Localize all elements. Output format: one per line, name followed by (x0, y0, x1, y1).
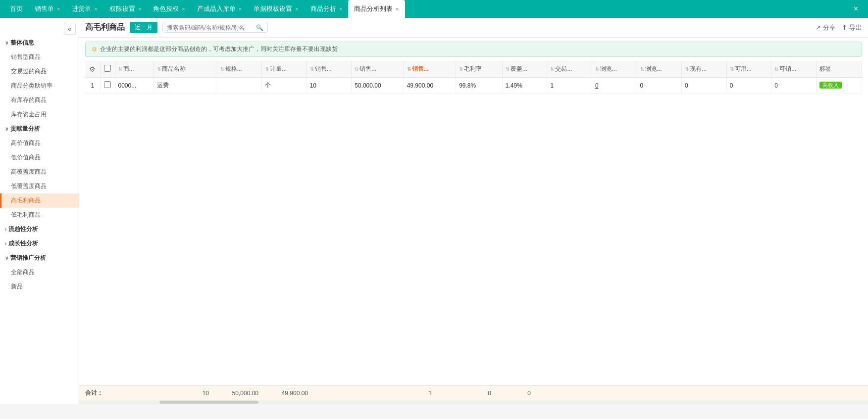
sidebar-section-growth[interactable]: › 成长性分析 (0, 236, 79, 251)
table-row: 1 0000... 运费 个 10 50,000.00 49,900.00 99… (85, 78, 862, 93)
close-template-tab[interactable]: × (295, 6, 298, 12)
sidebar-item-low-margin[interactable]: 低毛利商品 (0, 208, 79, 222)
sidebar-section-contribution[interactable]: ∨ 贡献量分析 (0, 122, 79, 136)
browse1-link[interactable]: 0 (595, 82, 599, 89)
nav-purchase[interactable]: 进货单 × (66, 0, 103, 18)
sort-sales-qty-icon[interactable]: ⇅ (310, 66, 314, 72)
sidebar-item-high-coverage[interactable]: 高覆盖度商品 (0, 165, 79, 179)
col-current-stock: ⇅现有... (682, 61, 727, 78)
sidebar-item-low-value[interactable]: 低价值商品 (0, 150, 79, 165)
col-coverage: ⇅覆盖... (502, 61, 547, 78)
col-browse1: ⇅浏览... (592, 61, 637, 78)
nav-roles[interactable]: 角色授权 × (147, 0, 191, 18)
footer-sellable-stock: 0 (494, 390, 534, 397)
export-btn[interactable]: ⬆ 导出 (842, 23, 862, 32)
footer-sales-qty: 10 (113, 390, 212, 397)
row-sellable-stock: 0 (771, 78, 817, 93)
sort-name-icon[interactable]: ⇅ (157, 66, 161, 72)
info-icon: ⚙ (92, 46, 97, 53)
row-index: 1 (85, 78, 100, 93)
info-bar: ⚙ 企业的主要的利润都是这部分商品创造的，可考虑加大推广，同时关注库存量不要出现… (85, 42, 862, 57)
sort-browse2-icon[interactable]: ⇅ (640, 66, 644, 72)
sort-transactions-icon[interactable]: ⇅ (550, 66, 554, 72)
sidebar-item-high-margin[interactable]: 高毛利商品 (0, 193, 79, 208)
close-product-in-tab[interactable]: × (239, 6, 242, 12)
sidebar-collapse-btn[interactable]: « (64, 23, 76, 35)
sort-gross-rate-icon[interactable]: ⇅ (459, 66, 463, 72)
nav-analysis-list[interactable]: 商品分析列表 × (348, 0, 405, 18)
row-sales-amount: 50,000.00 (352, 78, 404, 93)
sort-spec-icon[interactable]: ⇅ (220, 66, 224, 72)
close-analysis-list-tab[interactable]: × (396, 6, 399, 12)
sort-browse1-icon[interactable]: ⇅ (595, 66, 599, 72)
select-all-checkbox[interactable] (104, 65, 111, 72)
nav-product-analysis[interactable]: 商品分析 × (305, 0, 348, 18)
col-name: ⇅商品名称 (154, 61, 217, 78)
col-gross-rate: ⇅毛利率 (456, 61, 503, 78)
row-unit: 个 (262, 78, 307, 93)
nav-permissions[interactable]: 权限设置 × (103, 0, 147, 18)
row-spec (217, 78, 262, 93)
sidebar-section-trend[interactable]: › 流趋性分析 (0, 222, 79, 236)
close-sales-tab[interactable]: × (57, 6, 60, 12)
info-text: 企业的主要的利润都是这部分商品创造的，可考虑加大推广，同时关注库存量不要出现缺货 (100, 45, 338, 53)
column-settings-icon[interactable]: ⚙ (89, 65, 96, 73)
page-title: 高毛利商品 (85, 22, 125, 33)
header-actions: ↗ 分享 ⬆ 导出 (816, 23, 862, 32)
sort-code-icon[interactable]: ⇅ (118, 66, 122, 72)
close-all-tabs[interactable]: × (848, 4, 864, 13)
nav-template[interactable]: 单据模板设置 × (248, 0, 304, 18)
scrollbar-thumb[interactable] (159, 401, 258, 404)
sort-coverage-icon[interactable]: ⇅ (506, 66, 510, 72)
sidebar-item-sales-goods[interactable]: 销售型商品 (0, 50, 79, 64)
row-checkbox[interactable] (100, 78, 115, 93)
sidebar-section-overview[interactable]: ∨ 整体信息 (0, 36, 79, 50)
sort-available-stock-icon[interactable]: ⇅ (730, 66, 734, 72)
sort-unit-icon[interactable]: ⇅ (265, 66, 269, 72)
search-icon[interactable]: 🔍 (256, 24, 263, 31)
top-navigation: 首页 销售单 × 进货单 × 权限设置 × 角色授权 × 产成品入库单 × 单据… (0, 0, 868, 18)
nav-product-in[interactable]: 产成品入库单 × (191, 0, 248, 18)
col-sales-profit: ⇅销售... (404, 61, 456, 78)
nav-sales[interactable]: 销售单 × (29, 0, 66, 18)
table-container: ⚙ ⇅商... ⇅商品名称 ⇅规格... ⇅计量... ⇅销售... ⇅销售..… (79, 61, 868, 385)
search-input[interactable] (167, 24, 256, 31)
row-browse1[interactable]: 0 (592, 78, 637, 93)
growth-arrow-icon: › (5, 241, 6, 246)
filter-recent-month-btn[interactable]: 近一月 (130, 22, 157, 33)
close-permissions-tab[interactable]: × (138, 6, 141, 12)
content-area: 高毛利商品 近一月 🔍 ↗ 分享 ⬆ 导出 ⚙ 企业的主要的利润都是这部分商品创… (79, 18, 868, 404)
marketing-arrow-icon: ∨ (5, 255, 8, 261)
export-icon: ⬆ (842, 24, 847, 31)
sort-sellable-stock-icon[interactable]: ⇅ (774, 66, 778, 72)
footer-sales-profit: 49,900.00 (261, 390, 311, 397)
sidebar-item-new-goods[interactable]: 新品 (0, 279, 79, 294)
sort-sales-profit-icon[interactable]: ⇅ (407, 66, 411, 72)
row-browse2: 0 (637, 78, 682, 93)
col-code: ⇅商... (115, 61, 154, 78)
search-container: 🔍 (162, 23, 268, 33)
horizontal-scrollbar[interactable] (79, 400, 868, 404)
col-browse2: ⇅浏览... (637, 61, 682, 78)
sidebar-item-traded-goods[interactable]: 交易过的商品 (0, 64, 79, 79)
sidebar-item-category-rate[interactable]: 商品分类助销率 (0, 79, 79, 93)
sidebar-item-stocked-goods[interactable]: 有库存的商品 (0, 93, 79, 107)
sidebar-section-marketing[interactable]: ∨ 营销推广分析 (0, 251, 79, 265)
nav-home[interactable]: 首页 (4, 0, 29, 18)
sidebar-item-high-value[interactable]: 高价值商品 (0, 136, 79, 150)
sidebar-item-all-goods[interactable]: 全部商品 (0, 265, 79, 279)
row-transactions: 1 (547, 78, 592, 93)
tag-badge: 高收入 (819, 82, 842, 89)
row-select-checkbox[interactable] (104, 81, 111, 88)
close-purchase-tab[interactable]: × (94, 6, 97, 12)
close-roles-tab[interactable]: × (182, 6, 185, 12)
row-name: 运费 (154, 78, 217, 93)
sort-sales-amount-icon[interactable]: ⇅ (355, 66, 358, 72)
sidebar-item-low-coverage[interactable]: 低覆盖度商品 (0, 179, 79, 193)
sort-current-stock-icon[interactable]: ⇅ (685, 66, 689, 72)
row-available-stock: 0 (726, 78, 771, 93)
close-analysis-tab[interactable]: × (339, 6, 342, 12)
sidebar-item-stock-capital[interactable]: 库存资金占用 (0, 107, 79, 122)
footer-total-label: 合计： (85, 389, 103, 397)
share-btn[interactable]: ↗ 分享 (816, 23, 836, 32)
